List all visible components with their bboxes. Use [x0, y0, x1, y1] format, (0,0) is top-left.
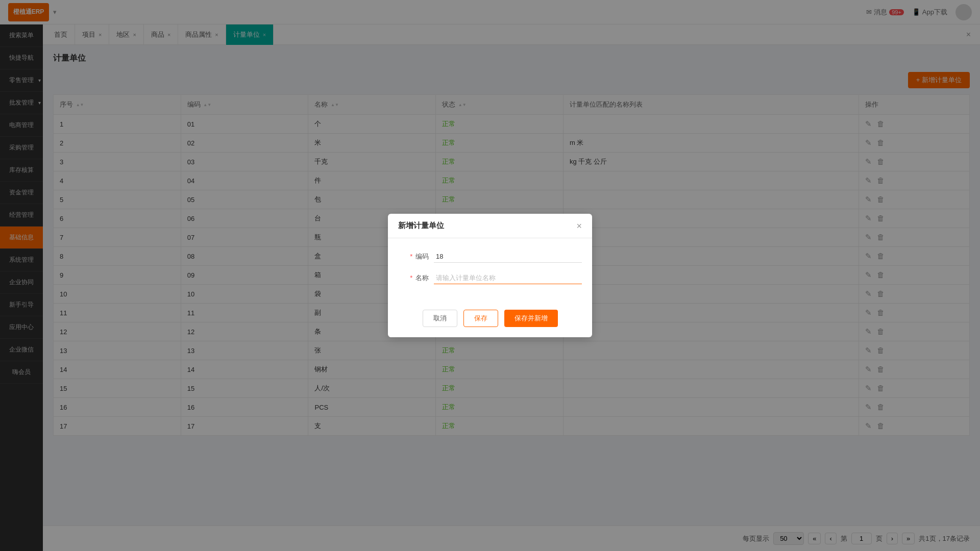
cancel-button[interactable]: 取消 [423, 310, 457, 327]
modal-overlay[interactable]: 新增计量单位 × * 编码 * 名称 取消 保存 保存并新增 [0, 0, 980, 551]
save-add-button[interactable]: 保存并新增 [504, 310, 558, 327]
modal-close-button[interactable]: × [576, 221, 582, 231]
code-label: * 编码 [398, 252, 429, 261]
form-row-name: * 名称 [398, 272, 582, 284]
modal: 新增计量单位 × * 编码 * 名称 取消 保存 保存并新增 [388, 214, 592, 337]
name-label-text: 名称 [415, 274, 429, 282]
modal-footer: 取消 保存 保存并新增 [388, 302, 592, 337]
name-label: * 名称 [398, 273, 429, 283]
modal-body: * 编码 * 名称 [388, 238, 592, 302]
required-mark: * [410, 274, 412, 282]
code-input[interactable] [434, 251, 582, 263]
save-button[interactable]: 保存 [463, 310, 498, 327]
modal-header: 新增计量单位 × [388, 214, 592, 238]
code-label-text: 编码 [415, 253, 429, 260]
form-row-code: * 编码 [398, 251, 582, 263]
name-input[interactable] [434, 272, 582, 284]
modal-title: 新增计量单位 [398, 221, 444, 231]
required-mark: * [410, 253, 412, 260]
